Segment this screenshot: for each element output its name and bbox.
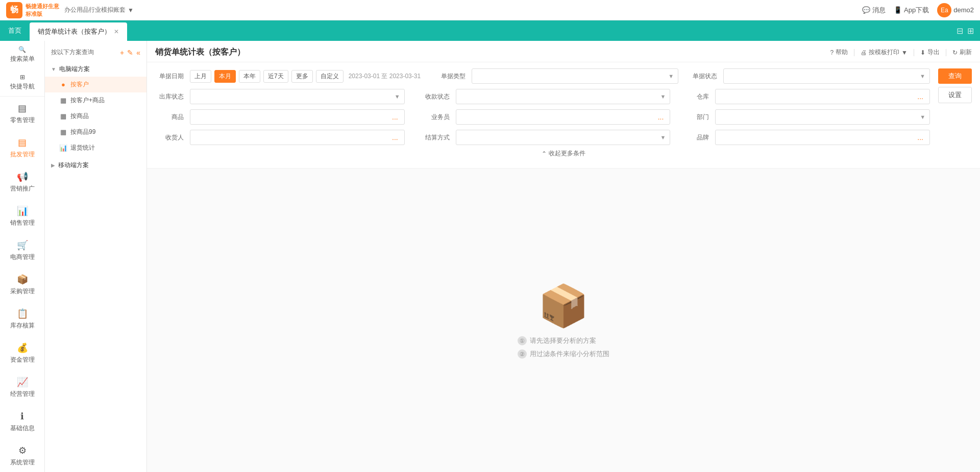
date-btn-last-month[interactable]: 上月	[190, 70, 211, 83]
customer-icon: ●	[59, 81, 67, 89]
sidebar-item-sales[interactable]: 📊 销售管理	[0, 199, 44, 233]
sidebar-item-ecommerce[interactable]: 🛒 电商管理	[0, 233, 44, 268]
date-btn-more[interactable]: 更多	[291, 70, 313, 83]
return-stat-icon: 📊	[59, 144, 67, 152]
maximize-icon[interactable]: ⊞	[967, 26, 974, 36]
print-button[interactable]: 🖨 按模板打印 ▼	[861, 48, 908, 57]
out-status-select[interactable]: ▼	[190, 89, 405, 104]
marketing-icon: 📢	[17, 171, 28, 182]
app-download-button[interactable]: 📱 App下载	[894, 6, 929, 15]
date-btn-custom[interactable]: 自定义	[316, 70, 344, 83]
page-title: 销货单统计表（按客户）	[155, 47, 245, 58]
empty-illustration: 📦	[538, 282, 589, 330]
query-buttons: 查询 设置	[934, 68, 972, 103]
out-status-label: 出库状态	[155, 92, 184, 101]
scheme-item-goods99[interactable]: ▦ 按商品99	[45, 124, 146, 140]
top-bar: 畅 畅捷通好生意 标准版 办公用品行业模拟账套 ▼ 💬 消息 📱 App下载 E…	[0, 0, 980, 20]
brand-ellipsis[interactable]: ...	[915, 133, 925, 141]
collapse-icon: ⌃	[542, 150, 547, 157]
scheme-collapse-icon[interactable]: «	[136, 49, 140, 57]
doc-status-select[interactable]: ▼	[723, 68, 930, 84]
warehouse-ellipsis[interactable]: ...	[915, 92, 925, 101]
sidebar-item-inventory[interactable]: 📋 库存核算	[0, 302, 44, 336]
date-btn-this-year[interactable]: 本年	[239, 70, 260, 83]
tab-home[interactable]: 首页	[0, 20, 30, 41]
warehouse-label: 仓库	[680, 92, 709, 101]
collapse-bar[interactable]: ⌃ 收起更多条件	[155, 145, 972, 162]
print-arrow-icon: ▼	[901, 49, 908, 56]
receipt-status-arrow-icon: ▼	[660, 93, 666, 100]
date-btn-this-month[interactable]: 本月	[214, 70, 236, 83]
brand-input[interactable]: ...	[715, 130, 930, 145]
doc-status-arrow-icon: ▼	[920, 73, 925, 79]
settle-select[interactable]: ▼	[456, 130, 671, 145]
receiver-ellipsis[interactable]: ...	[390, 133, 400, 141]
scheme-actions: + ✎ «	[120, 49, 140, 57]
divider1	[854, 49, 854, 56]
purchase-icon: 📦	[17, 274, 28, 285]
main-content: 销货单统计表（按客户） ? 帮助 🖨 按模板打印 ▼ ⬇	[147, 41, 980, 472]
salesperson-input[interactable]: ...	[456, 109, 671, 125]
warehouse-input[interactable]: ...	[715, 89, 930, 104]
sidebar-quick-nav[interactable]: ⊞ 快捷导航	[0, 68, 44, 96]
sidebar-item-wholesale[interactable]: ▤ 批发管理	[0, 131, 44, 165]
salesperson-ellipsis[interactable]: ...	[656, 113, 666, 121]
sidebar-item-operation[interactable]: 📈 经营管理	[0, 370, 44, 405]
receiver-input[interactable]: ...	[190, 130, 405, 145]
message-button[interactable]: 💬 消息	[862, 6, 886, 15]
sidebar-search-section: 🔍 搜索菜单 ⊞ 快捷导航	[0, 41, 44, 97]
retail-icon: ▤	[18, 103, 27, 114]
sidebar-item-base-info[interactable]: ℹ 基础信息	[0, 405, 44, 439]
goods-ellipsis[interactable]: ...	[390, 113, 400, 121]
close-tab-icon[interactable]: ✕	[114, 28, 119, 35]
sidebar-item-finance[interactable]: 💰 资金管理	[0, 336, 44, 370]
scheme-item-return-stat[interactable]: 📊 退货统计	[45, 140, 146, 156]
tab-sales-stat[interactable]: 销货单统计表（按客户） ✕	[30, 22, 127, 41]
scheme-add-icon[interactable]: +	[120, 49, 124, 57]
sidebar-item-marketing[interactable]: 📢 营销推广	[0, 165, 44, 199]
system-icon: ⚙	[18, 445, 27, 456]
scheme-section-mobile-title[interactable]: ▶ 移动端方案	[45, 158, 146, 173]
page-header-actions: ? 帮助 🖨 按模板打印 ▼ ⬇ 导出	[830, 48, 972, 57]
settings-button[interactable]: 设置	[938, 87, 972, 103]
sidebar-item-purchase[interactable]: 📦 采购管理	[0, 268, 44, 302]
scheme-item-by-customer[interactable]: ● 按客户	[45, 77, 146, 92]
customer-goods-icon: ▦	[59, 97, 67, 105]
goods-icon: ▦	[59, 112, 67, 121]
receipt-status-select[interactable]: ▼	[456, 89, 671, 104]
nav-icon: ⊞	[20, 74, 25, 81]
main-layout: 🔍 搜索菜单 ⊞ 快捷导航 ▤ 零售管理 ▤ 批发管理 📢 营销推广 📊 销售管…	[0, 41, 980, 472]
avatar: Ea	[937, 3, 951, 17]
query-button[interactable]: 查询	[938, 68, 972, 84]
scheme-item-customer-goods[interactable]: ▦ 按客户+商品	[45, 92, 146, 108]
export-button[interactable]: ⬇ 导出	[920, 48, 940, 57]
sidebar-item-retail[interactable]: ▤ 零售管理	[0, 97, 44, 131]
mobile-expand-arrow-icon: ▶	[51, 162, 55, 168]
logo-area: 畅 畅捷通好生意 标准版	[6, 2, 59, 18]
user-menu[interactable]: Ea demo2	[937, 3, 974, 17]
goods-input[interactable]: ...	[190, 109, 405, 125]
scheme-edit-icon[interactable]: ✎	[127, 49, 133, 57]
empty-state: 📦 ① 请先选择要分析的方案 ② 用过滤条件来缩小分析范围	[147, 169, 980, 472]
out-status-arrow-icon: ▼	[395, 93, 400, 100]
doc-type-arrow-icon: ▼	[668, 73, 674, 79]
print-icon: 🖨	[861, 49, 867, 56]
wholesale-icon: ▤	[18, 137, 27, 148]
tab-bar: 首页 销货单统计表（按客户） ✕ ⊟ ⊞	[0, 20, 980, 41]
date-buttons: 上月 本月 本年 近7天 更多 自定义 2023-03-01 至 2023-03…	[190, 70, 421, 83]
scheme-item-by-goods[interactable]: ▦ 按商品	[45, 108, 146, 124]
minimize-icon[interactable]: ⊟	[957, 26, 963, 36]
sidebar-search-menu[interactable]: 🔍 搜索菜单	[0, 41, 44, 68]
refresh-icon: ↻	[952, 49, 958, 56]
date-btn-7days[interactable]: 近7天	[263, 70, 288, 83]
doc-type-select[interactable]: ▼	[472, 68, 678, 84]
help-button[interactable]: ? 帮助	[830, 48, 848, 57]
sales-icon: 📊	[17, 205, 28, 217]
scheme-section-pc-title[interactable]: ▼ 电脑端方案	[45, 62, 146, 77]
dept-select[interactable]: ▼	[715, 109, 930, 125]
divider3	[946, 49, 946, 56]
filter-row-3: 商品 ... 业务员 ... 部门	[155, 109, 930, 125]
empty-tip-2: ② 用过滤条件来缩小分析范围	[518, 349, 609, 359]
sidebar-item-system[interactable]: ⚙ 系统管理	[0, 439, 44, 472]
refresh-button[interactable]: ↻ 刷新	[952, 48, 972, 57]
